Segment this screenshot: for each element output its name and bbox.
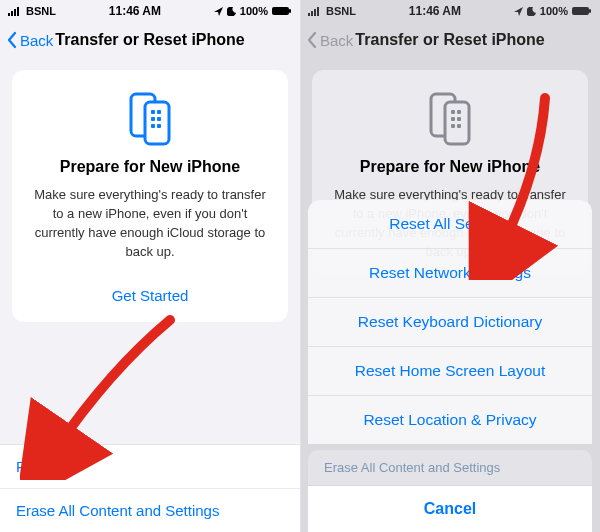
svg-rect-13 [157, 124, 161, 128]
dnd-moon-icon [227, 7, 236, 16]
svg-rect-24 [451, 117, 455, 121]
page-title: Transfer or Reset iPhone [53, 31, 294, 49]
dnd-moon-icon [527, 7, 536, 16]
reset-keyboard-dictionary-option[interactable]: Reset Keyboard Dictionary [308, 298, 592, 347]
svg-rect-15 [311, 11, 313, 16]
screen-divider [300, 0, 301, 532]
chevron-left-icon [6, 31, 18, 49]
chevron-left-icon [306, 31, 318, 49]
nav-bar: Back Transfer or Reset iPhone [0, 20, 300, 60]
time-label: 11:46 AM [109, 4, 161, 18]
card-heading: Prepare for New iPhone [326, 158, 574, 176]
action-sheet-options: Reset All Settings Reset Network Setting… [308, 200, 592, 444]
svg-rect-10 [151, 117, 155, 121]
svg-rect-17 [317, 7, 319, 16]
phone-screen-2: BSNL 11:46 AM 100% Back [300, 0, 600, 532]
svg-rect-8 [151, 110, 155, 114]
bottom-list: Reset Erase All Content and Settings [0, 444, 300, 532]
status-bar: BSNL 11:46 AM 100% [300, 0, 600, 20]
status-bar: BSNL 11:46 AM 100% [0, 0, 300, 20]
page-title: Transfer or Reset iPhone [353, 31, 594, 49]
svg-rect-1 [11, 11, 13, 16]
svg-rect-26 [451, 124, 455, 128]
back-button[interactable]: Back [6, 31, 53, 49]
svg-rect-21 [445, 102, 469, 144]
cancel-button[interactable]: Cancel [308, 486, 592, 532]
svg-rect-23 [457, 110, 461, 114]
svg-rect-4 [272, 7, 289, 15]
svg-rect-9 [157, 110, 161, 114]
battery-pct: 100% [540, 5, 568, 17]
card-heading: Prepare for New iPhone [26, 158, 274, 176]
location-icon [214, 7, 223, 16]
prepare-card: Prepare for New iPhone Make sure everyth… [12, 70, 288, 322]
svg-rect-18 [572, 7, 589, 15]
svg-rect-5 [289, 9, 291, 13]
svg-rect-14 [308, 13, 310, 16]
reset-home-screen-layout-option[interactable]: Reset Home Screen Layout [308, 347, 592, 396]
time-label: 11:46 AM [409, 4, 461, 18]
ghost-erase-row: Erase All Content and Settings [308, 450, 592, 486]
svg-rect-22 [451, 110, 455, 114]
carrier-label: BSNL [326, 5, 356, 17]
signal-icon [8, 6, 22, 16]
svg-rect-19 [589, 9, 591, 13]
battery-pct: 100% [240, 5, 268, 17]
svg-rect-27 [457, 124, 461, 128]
location-icon [514, 7, 523, 16]
phone-screen-1: BSNL 11:46 AM 100% Back [0, 0, 300, 532]
svg-rect-25 [457, 117, 461, 121]
back-label: Back [20, 32, 53, 49]
svg-rect-2 [14, 9, 16, 16]
svg-rect-3 [17, 7, 19, 16]
action-sheet: Reset All Settings Reset Network Setting… [300, 200, 600, 532]
back-button-dimmed: Back [306, 31, 353, 49]
svg-rect-11 [157, 117, 161, 121]
erase-row[interactable]: Erase All Content and Settings [0, 489, 300, 532]
svg-rect-12 [151, 124, 155, 128]
reset-all-settings-option[interactable]: Reset All Settings [308, 200, 592, 249]
get-started-button[interactable]: Get Started [26, 279, 274, 308]
svg-rect-7 [145, 102, 169, 144]
reset-row[interactable]: Reset [0, 445, 300, 489]
battery-icon [572, 6, 592, 16]
svg-rect-0 [8, 13, 10, 16]
signal-icon [308, 6, 322, 16]
nav-bar: Back Transfer or Reset iPhone [300, 20, 600, 60]
phones-icon [415, 92, 485, 146]
underlying-list: Erase All Content and Settings [308, 450, 592, 486]
card-body: Make sure everything's ready to transfer… [26, 186, 274, 261]
reset-network-settings-option[interactable]: Reset Network Settings [308, 249, 592, 298]
svg-rect-16 [314, 9, 316, 16]
phones-icon [115, 92, 185, 146]
battery-icon [272, 6, 292, 16]
back-label: Back [320, 32, 353, 49]
reset-location-privacy-option[interactable]: Reset Location & Privacy [308, 396, 592, 444]
carrier-label: BSNL [26, 5, 56, 17]
